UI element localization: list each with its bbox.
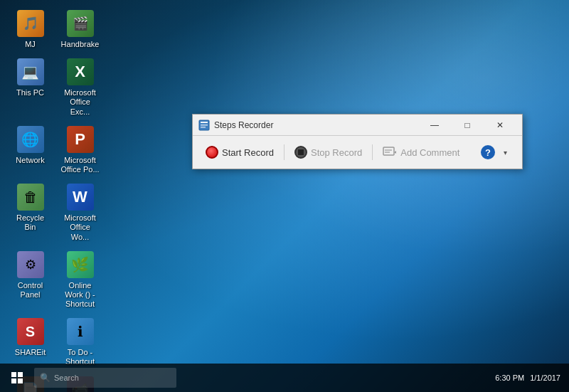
desktop-icon-mj[interactable]: 🎵 MJ (7, 7, 53, 52)
shareit-label: SHAREit (15, 348, 46, 357)
stop-icon (294, 146, 307, 159)
onlinework-label: Online Work () - Shortcut (60, 281, 100, 309)
start-button[interactable] (0, 364, 34, 392)
taskbar: 🔍 Search 6:30 PM 1/1/2017 (0, 364, 569, 392)
shareit-icon: S (17, 318, 44, 345)
desktop-icon-word[interactable]: W Microsoft Office Wo... (57, 181, 103, 245)
powerpoint-label: Microsoft Office Po... (60, 156, 100, 174)
dropdown-button[interactable]: ▾ (501, 141, 515, 164)
network-icon: 🌐 (17, 126, 44, 153)
help-button[interactable]: ? (478, 141, 498, 164)
windows-logo-icon (11, 372, 23, 383)
help-icon: ? (481, 145, 495, 159)
start-record-label: Start Record (222, 147, 274, 158)
thispc-label: This PC (16, 88, 44, 97)
icon-row-1: 🎵 MJ 🎬 Handbrake (7, 7, 103, 52)
stop-record-button[interactable]: Stop Record (289, 141, 368, 164)
desktop-icon-onlinework[interactable]: 🌿 Online Work () - Shortcut (57, 248, 103, 312)
powerpoint-icon: P (67, 126, 94, 153)
desktop-icon-controlpanel[interactable]: ⚙ Control Panel (7, 248, 53, 312)
excel-icon: X (67, 58, 94, 85)
desktop-icon-handbrake[interactable]: 🎬 Handbrake (57, 7, 103, 52)
handbrake-label: Handbrake (61, 40, 100, 49)
window-title: Steps Recorder (214, 120, 418, 130)
mj-label: MJ (25, 40, 36, 49)
taskbar-search[interactable]: 🔍 Search (34, 368, 176, 388)
todo-icon: ℹ (67, 318, 94, 345)
icon-row-5: ⚙ Control Panel 🌿 Online Work () - Short… (7, 248, 103, 312)
desktop-icon-powerpoint[interactable]: P Microsoft Office Po... (57, 123, 103, 177)
steps-recorder-window: Steps Recorder — □ ✕ Start Record Stop R… (192, 114, 523, 169)
start-record-button[interactable]: Start Record (200, 141, 280, 164)
dropdown-arrow-icon: ▾ (504, 149, 507, 157)
maximize-button[interactable]: □ (451, 115, 484, 136)
steps-recorder-icon (198, 120, 210, 131)
toolbar-separator-1 (284, 144, 284, 160)
controlpanel-label: Control Panel (10, 281, 50, 300)
thispc-icon: 💻 (17, 58, 44, 85)
onlinework-icon: 🌿 (67, 251, 94, 278)
mj-icon: 🎵 (17, 10, 44, 37)
desktop-icon-thispc[interactable]: 💻 This PC (7, 55, 53, 120)
icon-row-2: 💻 This PC X Microsoft Office Exc... (7, 55, 103, 120)
record-icon (206, 146, 218, 159)
network-label: Network (16, 156, 44, 165)
window-toolbar: Start Record Stop Record Add Comment (193, 136, 522, 169)
svg-rect-1 (201, 122, 208, 123)
icon-row-3: 🌐 Network P Microsoft Office Po... (7, 123, 103, 177)
search-placeholder: Search (54, 374, 79, 382)
taskbar-date: 1/1/2017 (530, 374, 560, 382)
desktop: 🎵 MJ 🎬 Handbrake 💻 This PC X Microsoft O (0, 0, 569, 392)
recyclebin-label: Recycle Bin (10, 213, 50, 232)
window-controls: — □ ✕ (418, 115, 516, 136)
svg-rect-2 (201, 125, 208, 126)
word-icon: W (67, 184, 94, 211)
stop-record-label: Stop Record (311, 147, 362, 158)
word-label: Microsoft Office Wo... (60, 213, 100, 242)
svg-rect-4 (383, 147, 394, 155)
desktop-icon-network[interactable]: 🌐 Network (7, 123, 53, 177)
add-comment-label: Add Comment (400, 147, 459, 158)
desktop-icon-shareit[interactable]: S SHAREit (7, 315, 53, 369)
desktop-icons: 🎵 MJ 🎬 Handbrake 💻 This PC X Microsoft O (7, 7, 103, 392)
controlpanel-icon: ⚙ (17, 251, 44, 278)
close-button[interactable]: ✕ (484, 115, 516, 136)
excel-label: Microsoft Office Exc... (60, 88, 100, 117)
desktop-icon-todo[interactable]: ℹ To Do - Shortcut (57, 315, 103, 369)
icon-row-6: S SHAREit ℹ To Do - Shortcut (7, 315, 103, 369)
icon-row-4: 🗑 Recycle Bin W Microsoft Office Wo... (7, 181, 103, 245)
desktop-icon-recyclebin[interactable]: 🗑 Recycle Bin (7, 181, 53, 245)
desktop-icon-excel[interactable]: X Microsoft Office Exc... (57, 55, 103, 120)
svg-rect-3 (201, 127, 206, 128)
taskbar-system-tray: 6:30 PM 1/1/2017 (495, 374, 569, 382)
minimize-button[interactable]: — (418, 115, 451, 136)
toolbar-separator-2 (372, 144, 373, 160)
handbrake-icon: 🎬 (67, 10, 94, 37)
recyclebin-icon: 🗑 (17, 184, 44, 211)
add-comment-button[interactable]: Add Comment (377, 141, 465, 164)
taskbar-time: 6:30 PM (495, 374, 524, 382)
comment-icon (383, 147, 397, 158)
window-titlebar[interactable]: Steps Recorder — □ ✕ (193, 115, 522, 136)
